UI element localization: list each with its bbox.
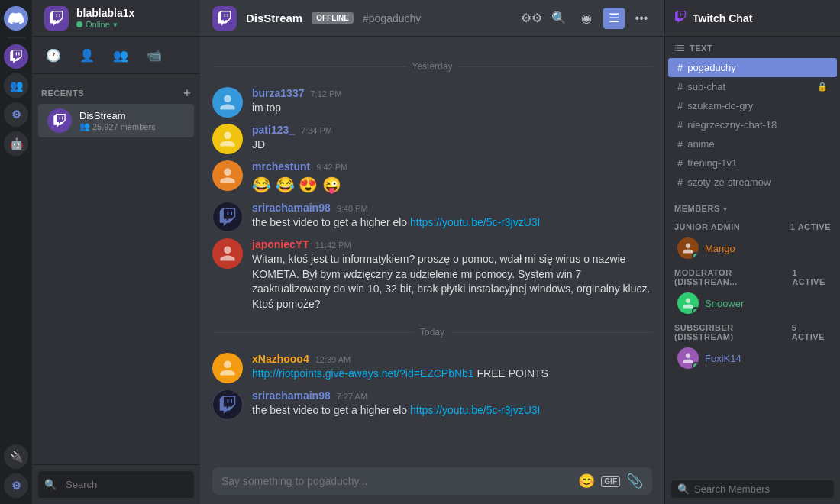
header-apps-icon[interactable]: ⚙⚙ [521,8,542,29]
server-icon-discord[interactable] [4,6,28,31]
message-author: srirachamain98 [252,389,331,402]
hash-icon: # [677,100,683,111]
hash-icon: # [677,119,683,131]
header-search-icon[interactable]: 🔍 [548,8,570,29]
header-menu-icon[interactable]: ☰ [603,8,625,29]
message-author: mrchestunt [252,160,310,173]
message-time: 9:42 PM [316,163,347,172]
attachment-icon[interactable]: 📎 [626,473,643,489]
server-list: 👥 ⚙ 🤖 🔌 ⚙ [0,0,32,504]
channel-info: DisStream 👥 25,927 members [79,110,156,131]
message-body: mrchestunt 9:42 PM 😂 😂 😍 😜 [252,160,652,195]
message-header: burza1337 7:12 PM [252,87,652,99]
channel-list-item-szukam[interactable]: # szukam-do-gry [668,96,837,115]
message-time: 7:12 PM [310,89,341,99]
server-divider [7,37,25,38]
server-icon-settings[interactable]: ⚙ [4,102,28,127]
message-author: xNazhooo4 [252,353,309,365]
date-divider-yesterday: Yesterday [212,61,652,72]
message-author: srirachamain98 [252,202,331,214]
friends-icon[interactable]: 👤 [75,43,99,67]
message-body: pati123_ 7:34 PM JD [252,124,652,154]
emoji-picker-icon[interactable]: 😊 [578,473,595,489]
sidebar-actions: 🕐 👤 👥 📹 [32,37,200,74]
message-content: JD [252,137,652,153]
channel-item-disstream[interactable]: DisStream 👥 25,927 members [38,104,194,137]
message-body: japoniecYT 11:42 PM Witam, ktoś jest tu … [252,238,652,312]
group-icon[interactable]: 👥 [108,43,133,67]
right-panel: Twitch Chat TEXT # pogaduchy # sub-chat … [664,0,840,504]
message-avatar [212,238,243,269]
recent-icon[interactable]: 🕐 [41,43,66,67]
date-divider-today: Today [212,327,652,338]
message-body: burza1337 7:12 PM im top [252,87,652,118]
header-layers-icon[interactable]: ◉ [576,8,597,29]
message-author: japoniecYT [252,238,309,250]
message-link[interactable]: http://riotpoints.give-aways.net/?id=EZC… [252,367,474,380]
message-avatar [212,87,243,118]
channel-sidebar: blablabla1x Online ▾ 🕐 👤 👥 📹 RECENTS + D… [32,0,200,504]
member-avatar-snoower [677,292,699,314]
message-time: 7:34 PM [301,126,332,135]
video-icon[interactable]: 📹 [142,43,166,67]
hash-icon: # [677,157,683,169]
message-header: pati123_ 7:34 PM [252,124,652,136]
text-label: TEXT [690,44,712,53]
sidebar-search-input[interactable] [60,474,200,495]
chat-header-icon [212,6,237,31]
message-time: 9:48 PM [337,204,368,213]
server-icon-plugins[interactable]: 🔌 [4,444,28,469]
server-icon-friends[interactable]: 👥 [4,73,28,98]
server-icon-twitch[interactable] [4,44,28,69]
channel-list-item-szoty[interactable]: # szoty-ze-streamów [668,173,837,192]
category-name-subscriber: SUBSCRIBER (DISSTREAM) [674,323,792,341]
message-body: xNazhooo4 12:39 AM http://riotpoints.giv… [252,353,652,383]
message-row: xNazhooo4 12:39 AM http://riotpoints.giv… [200,350,664,386]
text-section-header: TEXT [665,37,840,55]
channel-hashtag: #pogaduchy [363,12,421,24]
channel-list-item-anime[interactable]: # anime [668,134,837,153]
category-name-moderator: MODERATOR (DISSTREAN... [674,268,792,286]
search-members-wrapper: 🔍 [671,480,834,498]
header-actions: ⚙⚙ 🔍 ◉ ☰ ••• [521,8,652,29]
recents-add-button[interactable]: + [180,86,194,100]
member-item-mango[interactable]: Mango [668,234,837,262]
member-name-mango: Mango [705,243,735,254]
member-category-moderator: MODERATOR (DISSTREAN... 1 Active [665,262,840,289]
message-header: srirachamain98 7:27 AM [252,389,652,402]
message-avatar [212,160,243,191]
server-icon-bot[interactable]: 🤖 [4,131,28,156]
message-body: srirachamain98 7:27 AM the best video to… [252,389,652,420]
message-row: srirachamain98 9:48 PM the best video to… [200,199,664,235]
channel-list-item-pogaduchy[interactable]: # pogaduchy [668,58,837,77]
member-item-foxik14[interactable]: FoxiK14 [668,344,837,372]
message-row: pati123_ 7:34 PM JD [200,121,664,157]
channel-list-item-niegrzeczny[interactable]: # niegrzeczny-chat-18 [668,115,837,134]
gif-button[interactable]: GIF [601,476,620,487]
channel-list-item-subchat[interactable]: # sub-chat 🔒 [668,77,837,96]
server-icon-gear[interactable]: ⚙ [4,473,28,498]
member-online-dot [692,362,699,369]
message-link[interactable]: https://youtu.be/5c-r3jvzU3I [410,404,540,416]
channel-name-trening: trening-1v1 [687,157,737,169]
hash-icon: # [677,62,683,73]
header-more-icon[interactable]: ••• [631,8,652,29]
hash-icon: # [677,176,683,188]
member-avatar-mango [677,237,699,259]
member-count-junior-admin: 1 Active [790,222,831,231]
message-link[interactable]: https://youtu.be/5c-r3jvzU3I [410,216,540,228]
member-name-foxik14: FoxiK14 [705,353,741,364]
member-name-snoower: Snoower [705,298,744,309]
server-header-icon [44,6,69,31]
member-count-moderator: 1 Active [792,268,831,286]
message-content: Witam, ktoś jest tu informatykiem? prosz… [252,252,652,312]
message-row: mrchestunt 9:42 PM 😂 😂 😍 😜 [200,157,664,199]
chat-input[interactable] [221,467,572,495]
members-header: MEMBERS ▾ [665,195,840,216]
search-members-input[interactable] [694,483,828,495]
server-header[interactable]: blablabla1x Online ▾ [32,0,200,37]
channel-list-item-trening[interactable]: # trening-1v1 [668,153,837,173]
message-header: xNazhooo4 12:39 AM [252,353,652,365]
member-item-snoower[interactable]: Snoower [668,289,837,317]
server-name: blablabla1x [76,7,134,19]
